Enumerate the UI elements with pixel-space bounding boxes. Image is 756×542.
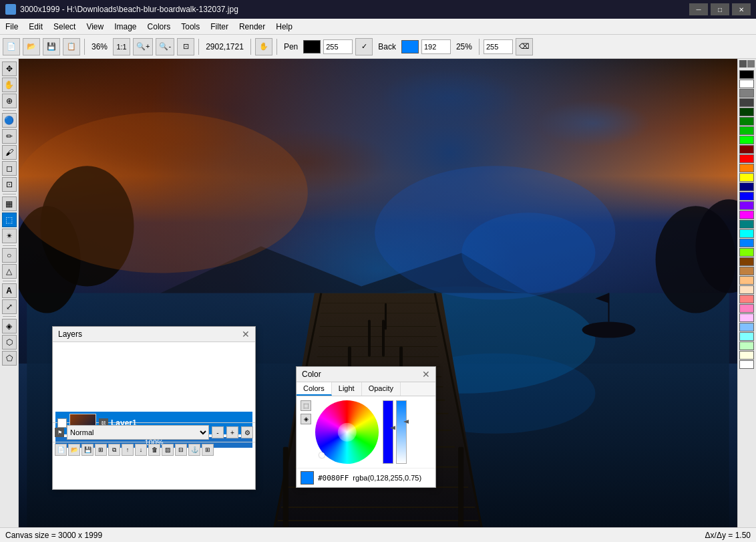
back-value-input[interactable] [421,39,451,54]
swatch-peach[interactable] [739,276,754,285]
save-file-button[interactable]: 💾 [43,38,60,55]
swatch-light-peach[interactable] [739,285,754,294]
canvas-area[interactable]: Layers ✕ ✓ ⛓ Layer1 100% ⚑ Normal - + [19,59,737,527]
menu-item-render[interactable]: Render [234,19,270,34]
swatch-black[interactable] [739,70,754,79]
swatch-cyan[interactable] [739,229,754,238]
swatch-light-blue[interactable] [739,323,754,331]
brush-tool[interactable]: 🖌 [2,145,17,160]
zoom-minus-button[interactable]: - [212,426,224,438]
zoom-fit-button[interactable]: ⊡ [177,38,194,55]
titlebar-controls[interactable]: ─ □ ✕ [689,3,751,15]
color-close-button[interactable]: ✕ [422,369,430,380]
palette-icon-1[interactable] [739,60,747,67]
zoom-out-button[interactable]: 🔍- [156,38,174,55]
layers-settings-button[interactable]: ⚙ [241,426,253,438]
swatch-yellow[interactable] [739,173,754,182]
zoom-tool[interactable]: ⊕ [2,94,17,108]
brush-size-input[interactable] [484,39,513,54]
swatch-red[interactable] [739,154,754,163]
swatch-pink[interactable] [739,295,754,303]
swatch-dark-gray[interactable] [739,98,754,107]
hand-tool[interactable]: ✋ [2,78,17,92]
layers-close-button[interactable]: ✕ [242,329,250,340]
clone-tool[interactable]: ⊡ [2,177,17,192]
swatch-yellow-green[interactable] [739,248,754,257]
open-file-button[interactable]: 📂 [23,38,40,55]
swatch-dark-red[interactable] [739,145,754,154]
color-wheel-container[interactable] [315,400,379,464]
color-preview-swatch[interactable] [301,471,314,485]
swatch-white[interactable] [739,80,754,88]
back-color-box[interactable] [401,40,419,53]
swatch-gray[interactable] [739,89,754,98]
swatch-orange[interactable] [739,164,754,172]
hue-slider[interactable] [383,400,393,464]
selection-tool[interactable]: ⬚ [2,213,17,227]
gradient-tool[interactable]: ▦ [2,196,17,211]
swatch-sky-blue[interactable] [739,239,754,247]
swatch-hot-pink[interactable] [739,304,754,313]
hand-icon-button[interactable]: ✋ [255,38,272,55]
menu-item-file[interactable]: File [0,19,23,34]
eraser-tool[interactable]: ◻ [2,161,17,176]
open-layer-button[interactable]: 📂 [68,444,80,456]
swatch-tan[interactable] [739,267,754,275]
lasso-tool[interactable]: ○ [2,248,17,263]
save-layer-button[interactable]: 💾 [81,444,93,456]
export-button[interactable]: 📋 [63,38,80,55]
zoom-plus-button[interactable]: + [226,426,238,438]
swatch-blue[interactable] [739,192,754,200]
opacity-slider[interactable] [396,400,407,464]
menu-item-help[interactable]: Help [270,19,298,34]
menu-item-select[interactable]: Select [48,19,81,34]
swatch-near-white[interactable] [739,360,754,369]
new-layer-button[interactable]: 📄 [55,444,67,456]
layer-move-tool[interactable]: ◈ [2,319,17,333]
group-button[interactable]: ⊞ [202,444,214,456]
swatch-light-pink[interactable] [739,313,754,322]
delete-layer-button[interactable]: 🗑 [148,444,160,456]
flatten-button[interactable]: ⊟ [175,444,187,456]
eraser-icon-button[interactable]: ⌫ [516,38,533,55]
pencil-tool[interactable]: ✏ [2,129,17,144]
blend-mode-select[interactable]: Normal [67,425,209,440]
mask-button[interactable]: ▨ [162,444,174,456]
move-down-button[interactable]: ↓ [135,444,147,456]
swatch-violet[interactable] [739,201,754,210]
move-up-button[interactable]: ↑ [122,444,134,456]
shape-tool[interactable]: △ [2,264,17,279]
zoom-in-button[interactable]: 🔍+ [133,38,153,55]
anchor-button[interactable]: ⚓ [188,444,200,456]
merge-layer-button[interactable]: ⊞ [95,444,107,456]
layer-visibility-check[interactable]: ✓ [57,418,67,428]
minimize-button[interactable]: ─ [689,3,708,15]
palette-icon-2[interactable] [747,60,755,67]
swatch-teal[interactable] [739,220,754,229]
magic-wand-tool[interactable]: ✴ [2,229,17,243]
new-file-button[interactable]: 📄 [3,38,20,55]
menu-item-filter[interactable]: Filter [205,19,234,34]
menu-item-view[interactable]: View [81,19,109,34]
transform-tool[interactable]: ⤢ [2,299,17,314]
maximize-button[interactable]: □ [711,3,729,15]
swatch-light-green[interactable] [739,342,754,350]
close-button[interactable]: ✕ [732,3,751,15]
menu-item-image[interactable]: Image [109,19,142,34]
swatch-brown[interactable] [739,257,754,266]
swatch-light-cyan[interactable] [739,332,754,341]
text-tool[interactable]: A [2,283,17,298]
bucket-fill-tool[interactable]: ⬡ [2,335,17,350]
menu-item-tools[interactable]: Tools [176,19,205,34]
swatch-dark-blue[interactable] [739,182,754,191]
color-tab-colors[interactable]: Colors [297,382,332,396]
eyedropper-tool[interactable]: 🔵 [2,113,17,128]
menu-item-colors[interactable]: Colors [142,19,176,34]
swatch-green[interactable] [739,117,754,126]
color-tab-opacity[interactable]: Opacity [362,382,401,396]
color-wheel[interactable] [315,400,379,464]
color-mode-icon2[interactable]: ◈ [301,414,311,424]
swatch-lime[interactable] [739,126,754,135]
color-mode-icon1[interactable]: ⬚ [301,400,311,411]
move-tool[interactable]: ✥ [2,61,17,76]
